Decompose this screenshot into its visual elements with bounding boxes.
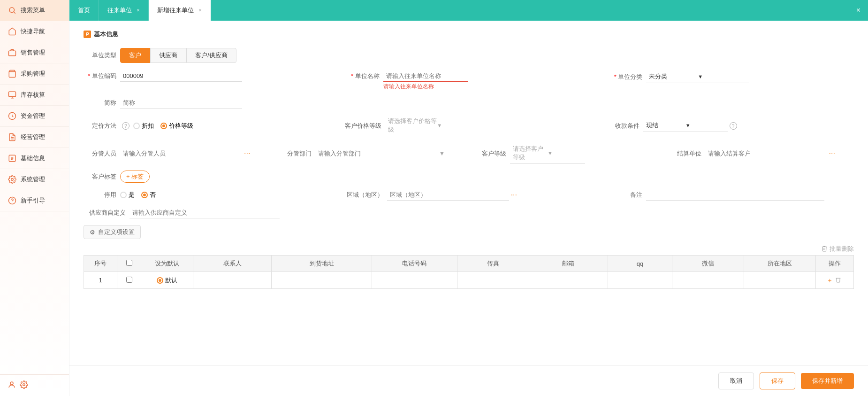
cancel-button[interactable]: 取消 xyxy=(718,373,754,389)
payment-terms-select[interactable]: 现结 ▼ xyxy=(643,119,728,132)
contacts-table: 序号 设为默认 联系人 到货地址 电话号码 传真 邮箱 qq 微信 所在地区 操… xyxy=(84,255,854,289)
sidebar-item-management[interactable]: 经营管理 xyxy=(0,127,69,148)
tab-home[interactable]: 首页 xyxy=(69,0,99,21)
unit-category-select[interactable]: 未分类 ▼ xyxy=(646,70,749,83)
field-dept: 分管部门 ▼ xyxy=(279,148,464,159)
delete-row-button[interactable] xyxy=(834,276,842,285)
pricing-help-icon[interactable]: ? xyxy=(122,122,129,130)
select-all-checkbox[interactable] xyxy=(126,260,132,266)
btn-customer[interactable]: 客户 xyxy=(120,48,150,63)
row-pricing: 定价方法 ? 折扣 价格等级 客户价格等级 请选择客户价格等级 xyxy=(84,115,854,136)
field-disabled: 停用 是 否 xyxy=(84,191,328,199)
sidebar-item-finance[interactable]: 资金管理 xyxy=(0,106,69,127)
phone-input[interactable] xyxy=(391,275,438,286)
sidebar-item-purchase[interactable]: 采购管理 xyxy=(0,63,69,85)
svg-rect-4 xyxy=(9,92,16,97)
remark-input[interactable] xyxy=(646,189,824,201)
finance-icon xyxy=(8,111,17,121)
radio-price-level-dot xyxy=(160,123,167,129)
add-tag-button[interactable]: + 标签 xyxy=(120,171,150,183)
sidebar-item-basic-info[interactable]: 基础信息 xyxy=(0,148,69,169)
sidebar-item-quicknav[interactable]: 快捷导航 xyxy=(0,21,69,42)
close-tab-partners[interactable]: × xyxy=(137,7,140,14)
cell-checkbox xyxy=(117,272,141,289)
region-dots[interactable]: ··· xyxy=(509,191,519,199)
save-button[interactable]: 保存 xyxy=(760,373,795,389)
settlement-unit-dots[interactable]: ··· xyxy=(827,149,837,158)
settlement-unit-input[interactable] xyxy=(705,148,827,159)
unit-category-chevron: ▼ xyxy=(698,74,746,79)
manager-dots[interactable]: ··· xyxy=(242,149,252,158)
customer-price-level-label: 客户价格等级 xyxy=(345,122,381,130)
region-label: 区域（地区） xyxy=(347,191,383,199)
row-checkbox[interactable] xyxy=(126,277,132,283)
col-wechat: 微信 xyxy=(672,256,744,272)
tab-partners[interactable]: 往来单位 × xyxy=(99,0,149,21)
unit-type-group: 客户 供应商 客户/供应商 xyxy=(120,48,236,63)
row-disabled: 停用 是 否 区域（地区） ··· xyxy=(84,189,854,201)
field-payment-terms: 收款条件 现结 ▼ ? xyxy=(607,119,854,132)
supplier-custom-label: 供应商自定义 xyxy=(84,209,126,217)
radio-yes[interactable]: 是 xyxy=(120,191,135,199)
sidebar-item-search[interactable]: 搜索菜单 xyxy=(0,0,69,21)
short-name-input[interactable] xyxy=(120,97,242,109)
col-contact: 联系人 xyxy=(193,256,272,272)
field-region: 区域（地区） ··· xyxy=(347,189,591,201)
batch-delete-button[interactable]: 批量删除 xyxy=(821,245,854,253)
field-unit-category: 单位分类 未分类 ▼ xyxy=(609,70,854,83)
customer-level-chevron: ▼ xyxy=(548,150,582,156)
unit-type-label: 单位类型 xyxy=(84,51,116,60)
sidebar-item-sales[interactable]: 销售管理 xyxy=(0,42,69,63)
dept-input[interactable] xyxy=(315,148,437,159)
radio-discount[interactable]: 折扣 xyxy=(133,122,154,130)
row-region-input[interactable] xyxy=(761,275,799,286)
customer-price-level-select[interactable]: 请选择客户价格等级 ▼ xyxy=(385,115,488,136)
payment-terms-help-icon[interactable]: ? xyxy=(730,122,737,130)
radio-no[interactable]: 否 xyxy=(141,191,156,199)
col-phone: 电话号码 xyxy=(372,256,457,272)
contact-input[interactable] xyxy=(211,275,253,286)
sidebar-item-guide[interactable]: 新手引导 xyxy=(0,190,69,211)
customer-level-select[interactable]: 请选择客户等级 ▼ xyxy=(510,143,585,164)
sidebar-item-inventory[interactable]: 库存核算 xyxy=(0,85,69,106)
address-input[interactable] xyxy=(294,275,350,286)
close-tab-new-partner[interactable]: × xyxy=(198,7,202,14)
radio-price-level[interactable]: 价格等级 xyxy=(160,122,193,130)
default-radio-item[interactable]: 默认 xyxy=(146,276,188,285)
field-unit-name: 单位名称 请输入往来单位名称 xyxy=(347,70,591,91)
unit-type-row: 单位类型 客户 供应商 客户/供应商 xyxy=(84,48,854,63)
sidebar-bottom xyxy=(0,374,69,396)
field-manager: 分管人员 ··· xyxy=(84,148,269,159)
remark-label: 备注 xyxy=(609,191,642,199)
settlement-unit-label: 结算单位 xyxy=(669,149,701,158)
add-row-button[interactable]: + xyxy=(827,276,832,285)
col-checkbox xyxy=(117,256,141,272)
btn-customer-supplier[interactable]: 客户/供应商 xyxy=(186,48,236,63)
unit-code-input[interactable] xyxy=(120,70,242,82)
system-icon xyxy=(8,175,17,184)
unit-name-input[interactable] xyxy=(383,70,468,82)
supplier-custom-input[interactable] xyxy=(129,207,280,218)
field-customer-price-level: 客户价格等级 请选择客户价格等级 ▼ xyxy=(345,115,592,136)
fax-input[interactable] xyxy=(474,275,512,286)
close-all-tabs[interactable]: × xyxy=(849,6,868,15)
btn-supplier[interactable]: 供应商 xyxy=(150,48,186,63)
email-input[interactable] xyxy=(547,275,589,286)
region-input[interactable] xyxy=(387,189,509,201)
manager-input[interactable] xyxy=(120,148,242,159)
management-icon xyxy=(8,132,17,142)
tab-new-partner[interactable]: 新增往来单位 × xyxy=(149,0,211,21)
customer-level-label: 客户等级 xyxy=(473,149,506,158)
custom-settings-button[interactable]: ⚙ 自定义项设置 xyxy=(84,225,141,239)
save-new-button[interactable]: 保存并新增 xyxy=(801,373,854,389)
field-customer-tag: 客户标签 + 标签 xyxy=(84,171,854,183)
svg-point-9 xyxy=(11,179,14,181)
batch-delete-area: 批量删除 xyxy=(84,245,854,253)
field-supplier-custom: 供应商自定义 xyxy=(84,207,854,218)
wechat-input[interactable] xyxy=(689,275,727,286)
unit-name-wrap xyxy=(383,70,468,82)
qq-input[interactable] xyxy=(624,275,656,286)
section-icon: P xyxy=(84,31,91,38)
inventory-icon xyxy=(8,90,17,100)
sidebar-item-system[interactable]: 系统管理 xyxy=(0,169,69,190)
